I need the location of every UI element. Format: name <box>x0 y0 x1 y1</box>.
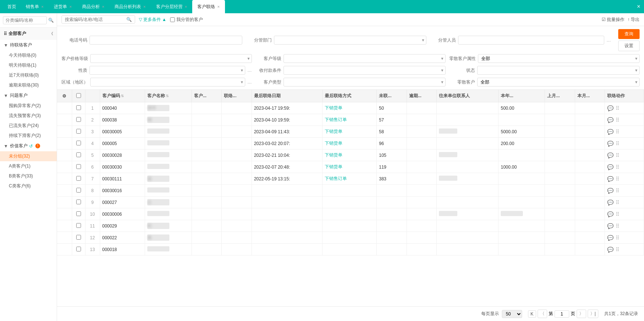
row-check-cell[interactable] <box>72 197 85 208</box>
nav-tab-purchase[interactable]: 进货单 × <box>49 0 77 13</box>
chat-icon[interactable]: 💬 <box>607 223 613 229</box>
first-page-btn[interactable]: K <box>528 310 536 318</box>
row-check-cell[interactable] <box>72 208 85 220</box>
row-last-contact-method-cell[interactable]: 下销货单 <box>323 161 377 173</box>
row-check-cell[interactable] <box>72 102 85 114</box>
nav-tab-customer-segment[interactable]: 客户分层经营 × <box>151 0 192 13</box>
row-checkbox[interactable] <box>76 164 81 169</box>
nav-home[interactable]: 首页 <box>3 0 21 13</box>
more-action-icon[interactable]: ⠿ <box>616 247 619 253</box>
more-action-icon[interactable]: ⠿ <box>616 176 619 182</box>
manager-more-icon[interactable]: … <box>606 38 611 43</box>
row-check-cell[interactable] <box>72 244 85 255</box>
contact-method-link[interactable]: 下销货单 <box>325 129 342 134</box>
status-select[interactable] <box>477 66 640 75</box>
contact-method-link[interactable]: 下销货单 <box>325 105 342 110</box>
row-last-contact-method-cell[interactable]: 下销货单 <box>323 126 377 138</box>
row-last-contact-method-cell[interactable] <box>323 220 377 232</box>
row-checkbox[interactable] <box>76 105 81 110</box>
settings-col-header[interactable]: ⚙ <box>57 90 72 102</box>
chat-icon[interactable]: 💬 <box>607 176 613 182</box>
sidebar-search-input[interactable] <box>3 16 47 24</box>
sidebar-item-churned[interactable]: 已流失客户(24) <box>0 121 57 131</box>
chat-icon[interactable]: 💬 <box>607 247 613 253</box>
close-sales-icon[interactable]: × <box>41 4 43 9</box>
manager-input[interactable] <box>458 36 604 45</box>
sidebar-item-today[interactable]: 今天待联络(0) <box>0 50 57 60</box>
more-action-icon[interactable]: ⠿ <box>616 152 619 158</box>
row-check-cell[interactable] <box>72 185 85 197</box>
nav-tab-customer-contact[interactable]: 客户联络 × <box>192 0 225 13</box>
more-action-icon[interactable]: ⠿ <box>616 117 619 123</box>
row-checkbox[interactable] <box>76 129 81 134</box>
type-header[interactable]: 客户... <box>191 90 221 102</box>
row-checkbox[interactable] <box>76 176 81 181</box>
sidebar-item-hoarding-anomaly[interactable]: 囤购异常客户(2) <box>0 101 57 111</box>
chat-icon[interactable]: 💬 <box>607 200 613 205</box>
more-action-icon[interactable]: ⠿ <box>616 235 619 241</box>
chat-icon[interactable]: 💬 <box>607 129 613 135</box>
nav-tab-sales[interactable]: 销售单 × <box>21 0 49 13</box>
row-checkbox[interactable] <box>76 223 81 228</box>
main-search-icon[interactable]: 🔍 <box>126 17 132 22</box>
sidebar-item-churn-warning[interactable]: 流失预警客户(3) <box>0 111 57 121</box>
close-customer-contact-icon[interactable]: × <box>217 4 219 9</box>
row-last-contact-method-cell[interactable]: 下销售订单 <box>323 173 377 185</box>
row-check-cell[interactable] <box>72 149 85 161</box>
contact-method-link[interactable]: 下销售订单 <box>325 176 347 181</box>
contact-method-link[interactable]: 下销货单 <box>325 141 342 146</box>
chat-icon[interactable]: 💬 <box>607 164 613 170</box>
next-page-btn[interactable]: 〉 <box>577 310 586 318</box>
sidebar-item-7days[interactable]: 近7天待联络(0) <box>0 70 57 80</box>
row-checkbox[interactable] <box>76 235 81 240</box>
retail-customer-select[interactable]: 全部 <box>477 78 640 87</box>
group-pending-contact[interactable]: ▼ 待联络客户 <box>0 40 57 50</box>
contact-header[interactable]: 联络... <box>222 90 251 102</box>
nature-select[interactable] <box>89 66 245 75</box>
more-action-icon[interactable]: ⠿ <box>616 200 619 205</box>
phone-input[interactable] <box>89 36 242 45</box>
row-check-cell[interactable] <box>72 138 85 149</box>
row-checkbox[interactable] <box>76 200 81 204</box>
close-analysis-icon[interactable]: × <box>102 4 104 9</box>
my-customers-checkbox[interactable]: 我分管的客户 <box>170 17 203 23</box>
chat-icon[interactable]: 💬 <box>607 211 613 217</box>
close-purchase-icon[interactable]: × <box>69 4 71 9</box>
row-last-contact-method-cell[interactable]: 下销售订单 <box>323 114 377 126</box>
window-close-button[interactable]: × <box>637 3 640 10</box>
name-header[interactable]: 客户名称⇅ <box>145 90 191 102</box>
chat-icon[interactable]: 💬 <box>607 235 613 241</box>
price-level-select[interactable] <box>90 54 252 63</box>
reset-button[interactable]: 设置 <box>618 40 640 51</box>
page-size-select[interactable]: 50 100 200 <box>502 310 522 318</box>
main-search-input[interactable] <box>65 17 126 22</box>
row-check-cell[interactable] <box>72 173 85 185</box>
my-customers-check[interactable] <box>170 17 175 22</box>
more-action-icon[interactable]: ⠿ <box>616 188 619 194</box>
row-check-cell[interactable] <box>72 114 85 126</box>
group-value-customers[interactable]: ▼ 价值客户 ↺ ! <box>0 141 57 151</box>
row-check-cell[interactable] <box>72 232 85 244</box>
sidebar-item-class-c[interactable]: C类客户(6) <box>0 181 57 191</box>
row-last-contact-method-cell[interactable]: 下销货单 <box>323 138 377 149</box>
query-button[interactable]: 查询 <box>618 29 640 39</box>
nav-tab-analysis[interactable]: 商品分析 × <box>77 0 109 13</box>
last-contact-date-header[interactable]: 最后联络日期 <box>251 90 322 102</box>
last-month-header[interactable]: 上月... <box>545 90 575 102</box>
row-check-cell[interactable] <box>72 220 85 232</box>
page-number-input[interactable] <box>555 310 569 318</box>
more-action-icon[interactable]: ⠿ <box>616 129 619 135</box>
row-checkbox[interactable] <box>76 211 81 216</box>
unit-contact-header[interactable]: 往来单位联系人 <box>437 90 499 102</box>
last-page-btn[interactable]: 〉| <box>588 310 598 318</box>
close-customer-segment-icon[interactable]: × <box>185 4 187 9</box>
contact-method-link[interactable]: 下销货单 <box>325 164 342 169</box>
group-problem-customers[interactable]: ▼ 问题客户 <box>0 90 57 101</box>
payment-select[interactable] <box>284 66 446 75</box>
more-action-icon[interactable]: ⠿ <box>616 105 619 111</box>
more-action-icon[interactable]: ⠿ <box>616 211 619 217</box>
more-conditions-btn[interactable]: ▽ 更多条件 ▲ <box>139 17 166 23</box>
more-action-icon[interactable]: ⠿ <box>616 223 619 229</box>
sidebar-item-overdue[interactable]: 逾期未联络(30) <box>0 80 57 90</box>
last-contact-method-header[interactable]: 最后联络方式 <box>323 90 377 102</box>
